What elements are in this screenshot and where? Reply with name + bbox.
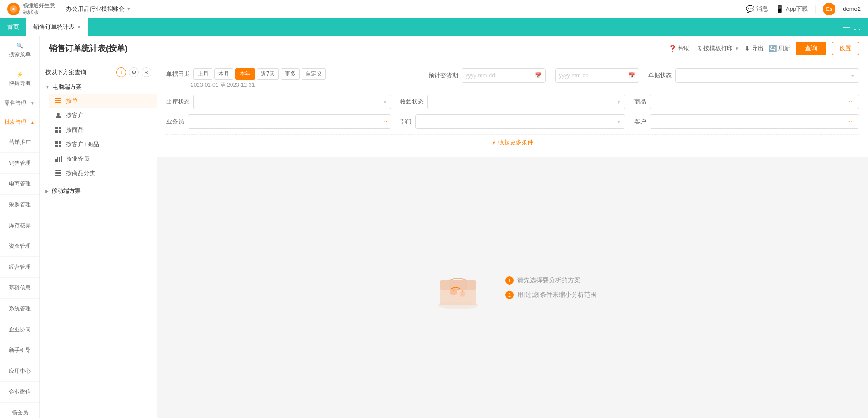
this-month-btn[interactable]: 本月	[214, 68, 233, 80]
tip2-text: 用[过滤]条件来缩小分析范围	[517, 291, 597, 299]
scheme-item-by-category[interactable]: 按商品分类	[49, 166, 157, 180]
sidebar-item-basic[interactable]: 基础信息	[0, 278, 39, 299]
user-avatar[interactable]: Ea	[823, 3, 835, 15]
last-month-btn[interactable]: 上月	[193, 68, 212, 80]
system-label: 系统管理	[9, 305, 31, 313]
scheme-item-by-customer[interactable]: 按客户	[49, 108, 157, 123]
sidebar-item-member[interactable]: 畅会员	[0, 403, 39, 418]
scheme-icon-by-order	[54, 97, 62, 105]
sidebar-item-search[interactable]: 🔍 搜索菜单	[0, 36, 39, 65]
sidebar-item-wholesale[interactable]: 批发管理 ▲	[0, 113, 39, 132]
scheme-collapse-btn[interactable]: «	[142, 67, 151, 77]
expected-date-end[interactable]: yyyy-mm-dd 📅	[555, 68, 639, 83]
sidebar-item-retail[interactable]: 零售管理 ▼	[0, 94, 39, 113]
sidebar-item-newbie[interactable]: 新手引导	[0, 340, 39, 361]
operations-label: 经营管理	[9, 263, 31, 271]
scheme-add-btn[interactable]: +	[116, 67, 126, 77]
customer-select[interactable]: ···	[650, 114, 859, 129]
template-print-btn[interactable]: 🖨 按模板打印 ▼	[695, 44, 739, 52]
member-label: 畅会员	[12, 409, 28, 417]
customer-label: 客户	[634, 118, 646, 126]
quick-icon: ⚡	[16, 71, 23, 78]
sidebar-item-enterprise[interactable]: 企业协同	[0, 319, 39, 340]
svg-rect-6	[59, 127, 61, 129]
collapse-more-btn[interactable]: ∧ 收起更多条件	[166, 134, 859, 150]
sidebar-item-wechat[interactable]: 企业微信	[0, 382, 39, 403]
mobile-category-arrow-icon: ▶	[45, 189, 49, 194]
custom-date-btn[interactable]: 自定义	[302, 68, 326, 80]
sidebar-item-system[interactable]: 系统管理	[0, 299, 39, 319]
refresh-btn[interactable]: 🔄 刷新	[769, 44, 790, 52]
expected-date-start[interactable]: yyyy-mm-dd 📅	[462, 68, 546, 83]
svg-point-27	[457, 289, 459, 290]
scheme-label-by-customer: 按客户	[66, 111, 84, 119]
scheme-category-mobile[interactable]: ▶ 移动端方案	[40, 184, 157, 198]
app-selector-label: 办公用品行业模拟账套	[66, 5, 125, 13]
tab-sales-label: 销售订单统计表	[33, 23, 75, 31]
scheme-edit-btn[interactable]: ⚙	[129, 67, 139, 77]
page-header-right: ❓ 帮助 🖨 按模板打印 ▼ ⬇ 导出 🔄 刷新 查询 设置	[669, 42, 859, 55]
svg-rect-14	[57, 157, 58, 162]
tab-minimize-icon[interactable]: —	[843, 23, 850, 31]
scheme-item-by-order[interactable]: 按单	[49, 94, 157, 108]
svg-rect-8	[59, 130, 61, 133]
settings-button[interactable]: 设置	[832, 42, 859, 55]
sidebar-item-finance[interactable]: 资金管理	[0, 236, 39, 257]
marketing-label: 营销推广	[9, 138, 31, 146]
chevron-down-icon: ▼	[127, 6, 131, 11]
department-select[interactable]: ▼	[415, 114, 625, 129]
scheme-label-by-salesman: 按业务员	[66, 155, 90, 163]
sidebar-item-marketing[interactable]: 营销推广	[0, 132, 39, 153]
collapse-up-icon: ∧	[492, 139, 496, 146]
goods-select[interactable]: ···	[650, 95, 859, 109]
order-status-arrow: ▼	[850, 73, 855, 78]
app-download-label: App下载	[786, 5, 808, 13]
sidebar-item-apps[interactable]: 应用中心	[0, 361, 39, 382]
payment-status-select[interactable]: ▼	[427, 95, 625, 109]
salesman-label: 业务员	[166, 118, 184, 126]
sidebar-item-purchase[interactable]: 采购管理	[0, 195, 39, 215]
wholesale-expand-icon: ▲	[30, 120, 35, 125]
scheme-item-by-product[interactable]: 按商品	[49, 123, 157, 137]
sidebar-item-inventory[interactable]: 库存核算	[0, 215, 39, 236]
inventory-label: 库存核算	[9, 222, 31, 229]
salesman-select[interactable]: ···	[188, 114, 391, 129]
department-label: 部门	[400, 118, 412, 126]
svg-rect-10	[59, 141, 61, 144]
wechat-label: 企业微信	[9, 388, 31, 396]
delivery-status-select[interactable]: ▼	[193, 95, 391, 109]
message-btn[interactable]: 💬 消息	[746, 5, 768, 13]
retail-expand-icon: ▼	[30, 101, 35, 106]
export-btn[interactable]: ⬇ 导出	[745, 44, 764, 52]
sidebar-item-ecom[interactable]: 电商管理	[0, 174, 39, 195]
last7days-btn[interactable]: 近7天	[257, 68, 279, 80]
order-status-select[interactable]: ▼	[675, 68, 859, 83]
goods-ellipsis: ···	[849, 98, 855, 106]
tab-maximize-icon[interactable]: ⛶	[854, 23, 861, 31]
scheme-panel: 按以下方案查询 + ⚙ « ▼ 电脑端方案	[40, 61, 157, 418]
svg-rect-5	[55, 127, 58, 129]
empty-illustration	[429, 262, 487, 314]
scheme-category-desktop[interactable]: ▼ 电脑端方案	[40, 80, 157, 94]
top-separator	[815, 5, 816, 13]
more-date-btn[interactable]: 更多	[281, 68, 300, 80]
tab-home[interactable]: 首页	[0, 18, 26, 36]
help-btn[interactable]: ❓ 帮助	[669, 44, 690, 52]
scheme-item-by-salesman[interactable]: 按业务员	[49, 152, 157, 166]
order-status-label: 单据状态	[648, 71, 672, 80]
newbie-label: 新手引导	[9, 347, 31, 354]
tab-close-icon[interactable]: ×	[77, 24, 80, 30]
sidebar-item-operations[interactable]: 经营管理	[0, 257, 39, 278]
sidebar-item-quick[interactable]: ⚡ 快捷导航	[0, 65, 39, 94]
tab-sales-order[interactable]: 销售订单统计表 ×	[26, 18, 88, 36]
sidebar-item-sales[interactable]: 销售管理	[0, 153, 39, 174]
query-button[interactable]: 查询	[796, 42, 826, 55]
scheme-item-by-cust-prod[interactable]: 按客户+商品	[49, 137, 157, 152]
top-bar-right: 💬 消息 📱 App下载 Ea demo2	[746, 3, 861, 15]
export-icon: ⬇	[745, 45, 750, 52]
this-year-btn[interactable]: 本年	[235, 68, 255, 80]
date-range-text: 2023-01-01 至 2023-12-31	[166, 81, 420, 89]
app-download-btn[interactable]: 📱 App下载	[775, 5, 808, 13]
svg-rect-15	[59, 157, 60, 162]
app-selector[interactable]: 办公用品行业模拟账套 ▼	[66, 5, 131, 13]
